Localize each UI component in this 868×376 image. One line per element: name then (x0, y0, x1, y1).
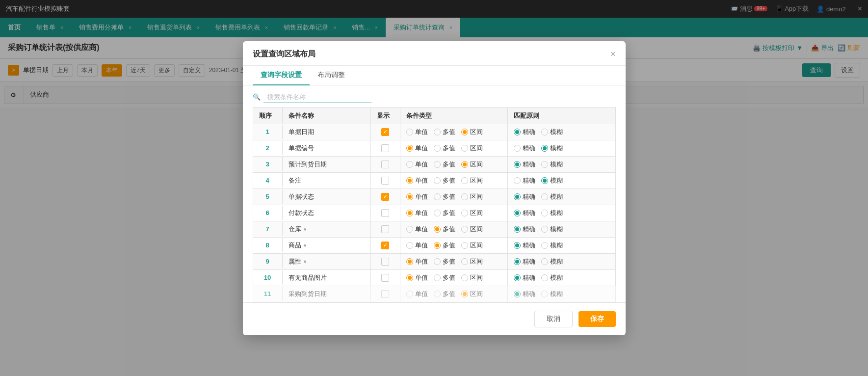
th-name: 条件名称 (283, 107, 371, 108)
search-input[interactable] (263, 91, 371, 103)
th-display: 显示 (371, 107, 400, 108)
dialog-close-button[interactable]: × (610, 50, 616, 58)
tab-query-fields[interactable]: 查询字段设置 (253, 66, 310, 85)
search-icon: 🔍 (253, 93, 261, 101)
dialog-tabs: 查询字段设置 布局调整 (243, 66, 626, 85)
table-header-row: 顺序 条件名称 显示 条件类型 匹配原则 (253, 107, 616, 108)
dialog-title: 设置查询区域布局 (253, 49, 316, 59)
th-match: 匹配原则 (508, 107, 615, 108)
tab-layout[interactable]: 布局调整 (310, 66, 353, 85)
modal-overlay: 设置查询区域布局 × 查询字段设置 布局调整 🔍 顺序 条件名称 显示 条件类型… (0, 0, 868, 107)
settings-dialog: 设置查询区域布局 × 查询字段设置 布局调整 🔍 顺序 条件名称 显示 条件类型… (243, 41, 626, 108)
th-type: 条件类型 (400, 107, 508, 108)
dialog-search-area: 🔍 (243, 85, 626, 107)
th-order: 顺序 (253, 107, 283, 108)
dialog-header: 设置查询区域布局 × (243, 41, 626, 66)
conditions-table: 顺序 条件名称 显示 条件类型 匹配原则 1 单据日期 ✓ 单值 多值 区间 (253, 107, 616, 108)
